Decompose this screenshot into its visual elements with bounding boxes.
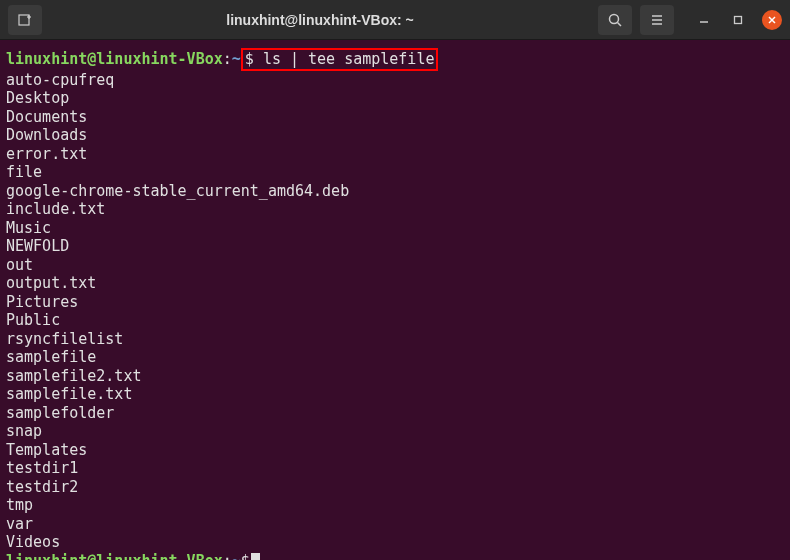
cursor — [251, 553, 260, 561]
new-tab-button[interactable] — [8, 5, 42, 35]
prompt-path: ~ — [232, 50, 241, 68]
minimize-icon — [699, 15, 709, 25]
output-line: Pictures — [6, 293, 784, 312]
output-line: Public — [6, 311, 784, 330]
output-line: samplefolder — [6, 404, 784, 423]
output-container: auto-cpufreqDesktopDocumentsDownloadserr… — [6, 71, 784, 552]
prompt-separator: : — [223, 50, 232, 68]
prompt-symbol: $ — [241, 552, 250, 561]
menu-button[interactable] — [640, 5, 674, 35]
titlebar: linuxhint@linuxhint-VBox: ~ — [0, 0, 790, 40]
titlebar-right — [598, 5, 782, 35]
output-line: rsyncfilelist — [6, 330, 784, 349]
hamburger-icon — [649, 12, 665, 28]
output-line: samplefile — [6, 348, 784, 367]
new-tab-icon — [17, 12, 33, 28]
output-line: Documents — [6, 108, 784, 127]
output-line: out — [6, 256, 784, 275]
output-line: NEWFOLD — [6, 237, 784, 256]
prompt-symbol: $ — [245, 50, 254, 68]
command-highlight: $ ls | tee samplefile — [241, 48, 439, 71]
output-line: Desktop — [6, 89, 784, 108]
svg-point-3 — [610, 14, 619, 23]
maximize-button[interactable] — [728, 10, 748, 30]
output-line: auto-cpufreq — [6, 71, 784, 90]
output-line: Videos — [6, 533, 784, 552]
search-button[interactable] — [598, 5, 632, 35]
output-line: file — [6, 163, 784, 182]
svg-rect-9 — [735, 16, 742, 23]
output-line: Music — [6, 219, 784, 238]
window-controls — [694, 10, 782, 30]
prompt-user-host: linuxhint@linuxhint-VBox — [6, 552, 223, 561]
output-line: var — [6, 515, 784, 534]
prompt-line: linuxhint@linuxhint-VBox:~$ — [6, 552, 784, 561]
output-line: Downloads — [6, 126, 784, 145]
window-title: linuxhint@linuxhint-VBox: ~ — [42, 12, 598, 28]
output-line: error.txt — [6, 145, 784, 164]
output-line: tmp — [6, 496, 784, 515]
maximize-icon — [733, 15, 743, 25]
output-line: Templates — [6, 441, 784, 460]
output-line: output.txt — [6, 274, 784, 293]
output-line: include.txt — [6, 200, 784, 219]
svg-line-4 — [618, 22, 622, 26]
minimize-button[interactable] — [694, 10, 714, 30]
titlebar-left — [8, 5, 42, 35]
close-button[interactable] — [762, 10, 782, 30]
close-icon — [767, 15, 777, 25]
output-line: google-chrome-stable_current_amd64.deb — [6, 182, 784, 201]
search-icon — [607, 12, 623, 28]
output-line: samplefile2.txt — [6, 367, 784, 386]
prompt-user-host: linuxhint@linuxhint-VBox — [6, 50, 223, 68]
command-text: ls | tee samplefile — [254, 50, 435, 68]
prompt-separator: : — [223, 552, 232, 561]
output-line: samplefile.txt — [6, 385, 784, 404]
output-line: snap — [6, 422, 784, 441]
output-line: testdir1 — [6, 459, 784, 478]
terminal-area[interactable]: linuxhint@linuxhint-VBox:~$ ls | tee sam… — [0, 40, 790, 560]
command-line: linuxhint@linuxhint-VBox:~$ ls | tee sam… — [6, 48, 784, 71]
output-line: testdir2 — [6, 478, 784, 497]
prompt-path: ~ — [232, 552, 241, 561]
